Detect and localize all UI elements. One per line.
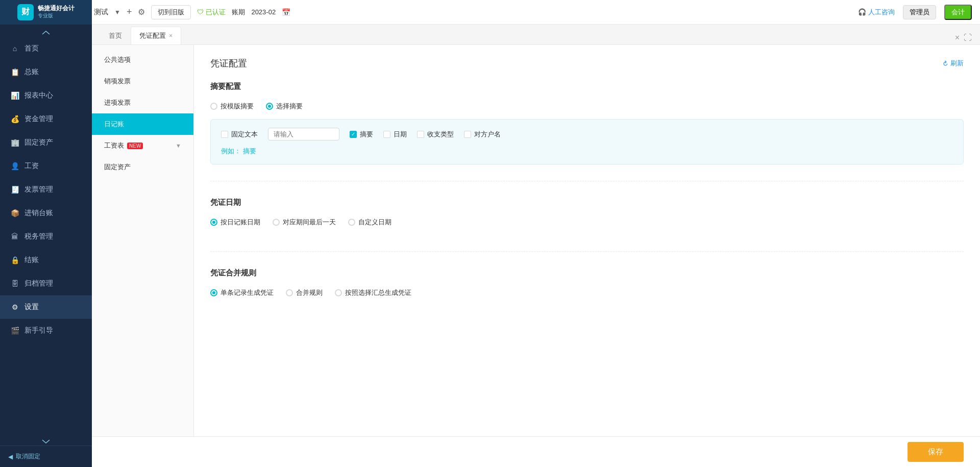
left-nav-diary[interactable]: 日记账 [92,113,193,135]
radio-single-record[interactable]: 单条记录生成凭证 [210,288,274,297]
fixed-text-label: 固定文本 [231,130,258,139]
radio-template-summary[interactable]: 按模版摘要 [210,102,254,111]
sales-icon: 📦 [10,208,19,218]
checkbox-date[interactable]: 日期 [383,130,407,139]
checkbox-payment-type[interactable]: 收支类型 [417,130,454,139]
checkbox-fixed-text[interactable]: 固定文本 [221,130,258,139]
left-nav-purchase-invoice-label: 进项发票 [104,99,131,106]
sidebar-item-assets[interactable]: 🏢 固定资产 [0,131,92,154]
accountant-btn[interactable]: 会计 [944,5,972,20]
tab-close-icon[interactable]: × [169,32,173,39]
consult-btn[interactable]: 🎧 人工咨询 [858,8,895,17]
consult-icon: 🎧 [858,8,866,16]
guide-icon: 🎬 [10,326,19,335]
radio-merge-rule[interactable]: 合并规则 [286,288,323,297]
tab-voucher-config[interactable]: 凭证配置 × [131,27,181,44]
radio-custom-label: 自定义日期 [358,218,391,227]
refresh-btn[interactable]: ↻ 刷新 [943,59,964,68]
refresh-label: 刷新 [950,59,964,68]
cancel-fixed-btn[interactable]: ◀ 取消固定 [0,446,92,467]
radio-select-label: 选择摘要 [276,102,303,111]
radio-summary-gen[interactable]: 按照选择汇总生成凭证 [335,288,411,297]
sidebar-item-label-close: 结账 [24,255,39,265]
sidebar-item-sales[interactable]: 📦 进销台账 [0,201,92,225]
summary-section-title: 摘要配置 [210,82,964,91]
fixed-text-input[interactable] [268,128,339,141]
sidebar-item-label-sales: 进销台账 [24,208,53,218]
sidebar-item-home[interactable]: ⌂ 首页 [0,37,92,60]
admin-btn[interactable]: 管理员 [903,5,936,19]
sidebar-item-label-reports: 报表中心 [24,91,53,100]
left-nav-sales-invoice[interactable]: 销项发票 [92,71,193,92]
merge-radio-group: 单条记录生成凭证 合并规则 按照选择汇总生成凭证 [210,288,964,297]
dropdown-icon[interactable]: ▼ [114,9,120,16]
close-window-btn[interactable]: × [955,33,960,42]
sidebar-item-label-finance: 资金管理 [24,114,53,124]
sidebar-item-salary[interactable]: 👤 工资 [0,154,92,178]
sidebar-item-settings[interactable]: ⚙ 设置 [0,295,92,319]
radio-summary-gen-label: 按照选择汇总生成凭证 [345,288,411,297]
date-section-title: 凭证日期 [210,198,964,207]
calendar-icon[interactable]: 📅 [282,8,290,16]
example-row: 例如： 摘要 [221,147,953,156]
counterparty-checkbox [464,131,471,138]
tax-icon: 🏛 [10,232,19,241]
settings-sidebar-icon: ⚙ [10,302,19,312]
example-prefix: 例如： [221,147,241,155]
reports-icon: 📊 [10,91,19,100]
radio-template-circle [210,103,217,110]
section-date: 凭证日期 按日记账日期 对应期间最后一天 自定义日期 [210,198,964,252]
sidebar-item-label-tax: 税务管理 [24,232,53,241]
left-nav-fixed-assets[interactable]: 固定资产 [92,156,193,178]
sidebar-item-label-settings: 设置 [24,302,39,312]
radio-select-summary[interactable]: 选择摘要 [266,102,303,111]
right-panel: 凭证配置 ↻ 刷新 摘要配置 按模版摘要 [194,45,980,436]
radio-diary-circle [210,219,217,226]
example-value: 摘要 [243,147,256,155]
period-value: 2023-02 [251,8,276,16]
save-btn[interactable]: 保存 [908,442,964,462]
new-badge: NEW [127,143,143,149]
sidebar-item-label-salary: 工资 [24,161,39,171]
sidebar-item-ledger[interactable]: 📋 总账 [0,60,92,84]
left-nav-purchase-invoice[interactable]: 进项发票 [92,92,193,113]
sidebar-item-guide[interactable]: 🎬 新手引导 [0,319,92,342]
radio-diary-date[interactable]: 按日记账日期 [210,218,260,227]
main-content: 首页 凭证配置 × × ⛶ 公共选项 销项发票 进项发 [92,25,980,467]
sidebar-item-invoice[interactable]: 🧾 发票管理 [0,178,92,201]
ledger-icon: 📋 [10,67,19,77]
certified-text: 已认证 [206,8,226,17]
invoice-icon: 🧾 [10,185,19,194]
left-nav-diary-label: 日记账 [104,120,124,128]
sidebar-item-finance[interactable]: 💰 资金管理 [0,107,92,131]
sidebar: ⌂ 首页 📋 总账 📊 报表中心 💰 资金管理 🏢 固定资产 👤 工资 🧾 发票… [0,25,92,467]
archive-icon: 🗄 [10,279,19,288]
sidebar-item-tax[interactable]: 🏛 税务管理 [0,225,92,248]
page-title: 凭证配置 [210,57,247,69]
logo-sub: 专业版 [38,12,75,19]
sidebar-item-archive[interactable]: 🗄 归档管理 [0,272,92,295]
radio-custom-date[interactable]: 自定义日期 [348,218,391,227]
sidebar-item-reports[interactable]: 📊 报表中心 [0,84,92,107]
radio-period-last-day[interactable]: 对应期间最后一天 [273,218,336,227]
left-nav-public[interactable]: 公共选项 [92,49,193,71]
checkbox-counterparty[interactable]: 对方户名 [464,130,501,139]
scroll-up-btn[interactable] [0,29,92,37]
checkbox-summary[interactable]: 摘要 [350,130,373,139]
sidebar-item-close[interactable]: 🔒 结账 [0,248,92,272]
tab-home[interactable]: 首页 [100,27,131,44]
sidebar-item-label-assets: 固定资产 [24,138,53,147]
add-btn[interactable]: + [127,7,132,17]
payment-type-checkbox [417,131,424,138]
settings-icon[interactable]: ⚙ [138,7,145,17]
summary-options-box: 固定文本 摘要 日期 [210,119,964,165]
expand-window-btn[interactable]: ⛶ [964,33,972,42]
radio-template-label: 按模版摘要 [220,102,254,111]
scroll-down-btn[interactable] [0,437,92,446]
tab-actions: × ⛶ [955,33,972,44]
radio-summary-gen-circle [335,289,342,296]
page-title-row: 凭证配置 ↻ 刷新 [210,57,964,69]
payment-type-label: 收支类型 [427,130,454,139]
switch-version-btn[interactable]: 切到旧版 [151,5,191,19]
left-nav-payroll[interactable]: 工资表 NEW ▼ [92,135,193,156]
